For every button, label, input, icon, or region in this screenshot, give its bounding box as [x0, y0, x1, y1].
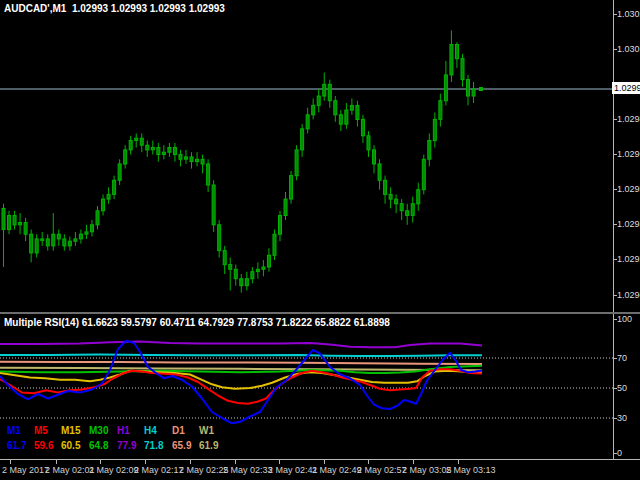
- candle-body: [113, 180, 116, 194]
- candle-body: [229, 265, 232, 270]
- rsi-legend-value-M15: 60.5: [61, 440, 80, 451]
- candle-body: [52, 234, 55, 246]
- candle-body: [339, 115, 342, 124]
- rsi-legend-timeframe-H1: H1: [117, 425, 130, 436]
- rsi-legend-timeframe-M30: M30: [89, 425, 108, 436]
- candle-body: [384, 180, 387, 194]
- rsi-legend-value-M1: 61.7: [7, 440, 26, 451]
- time-axis-tick: [190, 460, 191, 464]
- chart-window: AUDCAD',M1 1.02993 1.02993 1.02993 1.029…: [0, 0, 640, 480]
- rsi-legend-value-W1: 61.9: [199, 440, 218, 451]
- price-axis-label: 1.03025: [617, 9, 640, 19]
- candle-body: [8, 216, 11, 230]
- candle-body: [24, 223, 27, 235]
- candle-body: [135, 138, 138, 140]
- time-axis-tick: [413, 460, 414, 464]
- rsi-axis-label: 100: [617, 314, 632, 324]
- time-axis-label: 2 May 02:57: [357, 465, 407, 475]
- candle-body: [279, 216, 282, 235]
- candle-body: [207, 164, 210, 185]
- candle-body: [256, 269, 259, 271]
- candle-body: [389, 194, 392, 199]
- price-axis-label: 1.02905: [617, 290, 640, 300]
- time-axis-tick: [368, 460, 369, 464]
- rsi-legend-timeframe-M5: M5: [34, 425, 48, 436]
- candle-body: [118, 164, 121, 180]
- candle-body: [312, 105, 315, 114]
- price-chart-area[interactable]: [0, 0, 613, 312]
- candle-body: [328, 84, 331, 100]
- rsi-legend-timeframe-M15: M15: [61, 425, 80, 436]
- candle-body: [378, 164, 381, 180]
- time-axis-label: 2 May 02:01: [45, 465, 95, 475]
- price-axis-line: [613, 0, 614, 459]
- candle-body: [367, 136, 370, 150]
- current-price-box: 1.02993: [612, 82, 640, 94]
- candle-body: [74, 239, 77, 241]
- rsi-indicator-area[interactable]: [0, 315, 613, 459]
- time-axis-tick: [100, 460, 101, 464]
- candle-body: [212, 185, 215, 225]
- candle-body: [184, 157, 187, 159]
- candle-body: [422, 159, 425, 189]
- candle-body: [461, 59, 464, 80]
- candle-body: [63, 239, 66, 246]
- candle-body: [350, 105, 353, 110]
- candle-body: [400, 204, 403, 211]
- candle-body: [2, 208, 5, 229]
- rsi-line-M15: [0, 371, 482, 389]
- candle-body: [439, 101, 442, 120]
- candle-body: [30, 234, 33, 253]
- time-axis-label: 2 May 02:25: [179, 465, 229, 475]
- price-axis-label: 1.02965: [617, 149, 640, 159]
- candle-body: [102, 199, 105, 211]
- rsi-legend-value-M30: 64.8: [89, 440, 108, 451]
- time-axis-line: [0, 459, 640, 460]
- panel-separator[interactable]: [0, 312, 640, 314]
- last-price-marker: [479, 87, 483, 91]
- rsi-legend-timeframe-H4: H4: [144, 425, 157, 436]
- time-axis-tick: [56, 460, 57, 464]
- rsi-legend-timeframe-M1: M1: [7, 425, 21, 436]
- candle-body: [85, 232, 88, 234]
- candle-body: [129, 141, 132, 150]
- rsi-legend-value-H4: 71.8: [144, 440, 163, 451]
- time-axis-label: 2 May 02:17: [134, 465, 184, 475]
- candle-body: [90, 225, 93, 232]
- time-axis-label: 2 May 02:41: [268, 465, 318, 475]
- time-axis-tick: [235, 460, 236, 464]
- chart-title: AUDCAD',M1 1.02993 1.02993 1.02993 1.029…: [4, 3, 225, 14]
- candle-body: [267, 255, 270, 267]
- candle-body: [406, 211, 409, 216]
- time-axis-tick: [145, 460, 146, 464]
- candle-body: [306, 115, 309, 129]
- candle-body: [433, 119, 436, 140]
- time-axis-label: 2 May 02:09: [89, 465, 139, 475]
- candle-body: [179, 155, 182, 160]
- candle-body: [450, 45, 453, 75]
- candle-body: [444, 75, 447, 101]
- rsi-legend-value-D1: 65.9: [172, 440, 191, 451]
- candle-body: [467, 80, 470, 96]
- candle-body: [19, 223, 22, 225]
- candle-body: [323, 84, 326, 96]
- candle-body: [356, 105, 359, 119]
- time-axis-label: 2 May 2017: [2, 465, 49, 475]
- rsi-axis-label: 50: [617, 383, 627, 393]
- time-axis-label: 2 May 03:05: [402, 465, 452, 475]
- price-axis-label: 1.02935: [617, 219, 640, 229]
- rsi-axis-label: 30: [617, 413, 627, 423]
- candle-body: [35, 239, 38, 253]
- candle-body: [234, 269, 237, 278]
- price-axis-label: 1.02950: [617, 184, 640, 194]
- candle-body: [57, 234, 60, 239]
- candle-body: [317, 96, 320, 105]
- candle-body: [262, 267, 265, 269]
- rsi-line-D1: [0, 362, 482, 364]
- candle-body: [196, 159, 199, 161]
- candle-body: [96, 211, 99, 225]
- rsi-line-H4: [0, 355, 482, 357]
- candle-body: [124, 150, 127, 164]
- rsi-indicator-title: Multiple RSI(14) 61.6623 59.5797 60.4711…: [4, 317, 390, 328]
- candle-body: [240, 279, 243, 286]
